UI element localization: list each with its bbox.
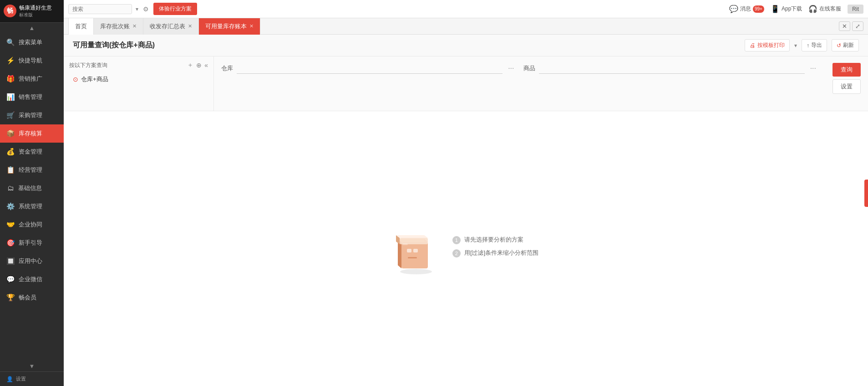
search-icon: 🔍	[6, 38, 15, 46]
sidebar-item-search[interactable]: 🔍 搜索菜单	[0, 33, 64, 51]
message-badge: 99+	[753, 5, 764, 13]
brand-logo: 畅	[4, 5, 16, 17]
online-service-item[interactable]: 🎧 在线客服	[808, 5, 841, 13]
target-icon: 🎯	[6, 239, 15, 247]
gear-icon: ⚙️	[6, 202, 15, 211]
sidebar-item-finance[interactable]: 💰 资金管理	[0, 143, 64, 161]
trophy-icon: 🏆	[6, 293, 15, 302]
export-icon: ↑	[807, 42, 809, 49]
warehouse-input[interactable]	[237, 63, 503, 74]
empty-state-inner: 1 请先选择要分析的方案 2 用[过滤]条件来缩小分析范围	[393, 226, 538, 272]
tab-home[interactable]: 首页	[68, 18, 94, 35]
user-avatar[interactable]: Rit	[848, 5, 863, 14]
filter-actions: 查询 设置	[825, 57, 868, 111]
app-download-item[interactable]: 📱 App下载	[771, 5, 802, 13]
sidebar-footer[interactable]: 👤 设置	[0, 371, 64, 386]
wechat-icon: 💬	[6, 275, 15, 283]
refresh-icon: ↺	[837, 42, 841, 49]
sidebar-item-operation[interactable]: 📋 经营管理	[0, 161, 64, 179]
tip-number-1: 1	[452, 236, 461, 244]
close-tab-button[interactable]: ✕	[839, 21, 850, 31]
sidebar-item-inventory[interactable]: 📦 库存核算	[0, 124, 64, 143]
svg-point-0	[400, 269, 432, 274]
clipboard-icon: 📋	[6, 166, 15, 174]
query-button[interactable]: 查询	[832, 63, 861, 77]
maximize-button[interactable]: ⤢	[852, 21, 863, 31]
refresh-button[interactable]: ↺ 刷新	[832, 39, 859, 51]
cart-icon: 🛒	[6, 111, 15, 119]
sidebar-item-shortcut[interactable]: ⚡ 快捷导航	[0, 51, 64, 70]
topbar-gear-icon[interactable]: ⚙	[142, 5, 150, 14]
tab-close-batch[interactable]: ✕	[132, 23, 137, 29]
filter-scheme-panel: 按以下方案查询 ＋ ⊕ « ⊙ 仓库+商品	[64, 57, 214, 111]
box-icon: 📦	[6, 129, 15, 138]
dropdown-chevron-icon[interactable]: ▾	[136, 6, 138, 12]
tab-summary[interactable]: 收发存汇总表 ✕	[143, 18, 199, 35]
settings-scheme-icon[interactable]: ⊕	[196, 62, 202, 69]
sidebar-item-purchase[interactable]: 🛒 采购管理	[0, 106, 64, 124]
grid-icon: 🔲	[6, 257, 15, 265]
topbar-search-input[interactable]	[68, 4, 132, 14]
svg-rect-1	[401, 242, 428, 268]
svg-rect-5	[400, 238, 428, 244]
svg-rect-10	[408, 257, 417, 258]
main-content: 可用量查询(按仓库+商品) 🖨 按模板打印 ▾ ↑ 导出 ↺ 刷新	[64, 35, 868, 386]
sidebar-item-vip[interactable]: 🏆 畅会员	[0, 288, 64, 307]
sidebar-header: 畅 畅康通好生意 标准版	[0, 0, 64, 23]
svg-marker-7	[396, 235, 428, 238]
tip-number-2: 2	[452, 249, 461, 257]
collapse-scheme-icon[interactable]: «	[204, 62, 208, 69]
empty-state: 1 请先选择要分析的方案 2 用[过滤]条件来缩小分析范围	[64, 111, 868, 386]
export-button[interactable]: ↑ 导出	[802, 39, 827, 51]
filter-settings-button[interactable]: 设置	[832, 79, 861, 94]
sidebar-item-sales[interactable]: 📊 销售管理	[0, 88, 64, 106]
sidebar-item-marketing[interactable]: 🎁 营销推广	[0, 70, 64, 88]
scheme-warehouse-goods[interactable]: ⊙ 仓库+商品	[69, 73, 208, 86]
phone-icon: 📱	[771, 5, 780, 13]
svg-rect-9	[413, 249, 418, 252]
filter-field-warehouse: 仓库 ···	[221, 63, 516, 74]
sidebar-item-basic[interactable]: 🗂 基础信息	[0, 179, 64, 197]
headset-icon: 🎧	[808, 5, 817, 13]
tab-close-available[interactable]: ✕	[249, 23, 254, 29]
scheme-icon: ⊙	[73, 76, 78, 83]
tab-batch[interactable]: 库存批次账 ✕	[94, 18, 143, 35]
tabs-bar: 首页 库存批次账 ✕ 收发存汇总表 ✕ 可用量库存账本 ✕ ✕ ⤢	[64, 18, 868, 35]
warehouse-more-icon[interactable]: ···	[506, 64, 516, 72]
goods-more-icon[interactable]: ···	[808, 64, 818, 72]
printer-icon: 🖨	[750, 42, 756, 49]
sidebar-item-wechat[interactable]: 💬 企业微信	[0, 270, 64, 288]
sidebar-item-system[interactable]: ⚙️ 系统管理	[0, 197, 64, 216]
main-area: ▾ ⚙ 体验行业方案 💬 消息 99+ 📱 App下载 🎧 在线客服 Rit 首…	[64, 0, 868, 386]
sidebar-scroll-up[interactable]: ▲	[0, 23, 64, 33]
tab-available[interactable]: 可用量库存账本 ✕	[199, 18, 260, 35]
page-header-actions: 🖨 按模板打印 ▾ ↑ 导出 ↺ 刷新	[745, 39, 859, 51]
sidebar-item-newbie[interactable]: 🎯 新手引导	[0, 234, 64, 252]
template-print-button[interactable]: 🖨 按模板打印	[745, 39, 790, 51]
empty-tip-2: 2 用[过滤]条件来缩小分析范围	[452, 249, 538, 257]
right-handle[interactable]	[864, 180, 868, 207]
message-item[interactable]: 💬 消息 99+	[729, 5, 764, 13]
gift-icon: 🎁	[6, 75, 15, 83]
shortcut-icon: ⚡	[6, 57, 15, 65]
sidebar-scroll-down[interactable]: ▼	[0, 361, 64, 371]
filter-row-1: 仓库 ··· 商品 ···	[221, 63, 818, 74]
sidebar: 畅 畅康通好生意 标准版 ▲ 🔍 搜索菜单 ⚡ 快捷导航 🎁 营销推广 📊 销售…	[0, 0, 64, 386]
svg-rect-11	[402, 243, 408, 245]
folder-icon: 🗂	[6, 184, 15, 192]
empty-illustration	[393, 226, 439, 272]
filter-fields-panel: 仓库 ··· 商品 ···	[214, 57, 825, 111]
template-dropdown-chevron-icon[interactable]: ▾	[794, 42, 797, 49]
box-illustration-svg	[393, 226, 439, 276]
add-scheme-icon[interactable]: ＋	[187, 61, 193, 69]
filter-bar: 按以下方案查询 ＋ ⊕ « ⊙ 仓库+商品 仓库	[64, 57, 868, 111]
sidebar-item-apps[interactable]: 🔲 应用中心	[0, 252, 64, 270]
goods-input[interactable]	[539, 63, 805, 74]
trial-industry-button[interactable]: 体验行业方案	[153, 3, 197, 15]
handshake-icon: 🤝	[6, 221, 15, 229]
chart-icon: 📊	[6, 93, 15, 101]
empty-state-text: 1 请先选择要分析的方案 2 用[过滤]条件来缩小分析范围	[452, 236, 538, 262]
sidebar-item-enterprise[interactable]: 🤝 企业协同	[0, 216, 64, 234]
tab-close-summary[interactable]: ✕	[188, 23, 192, 29]
page-title: 可用量查询(按仓库+商品)	[73, 41, 155, 50]
